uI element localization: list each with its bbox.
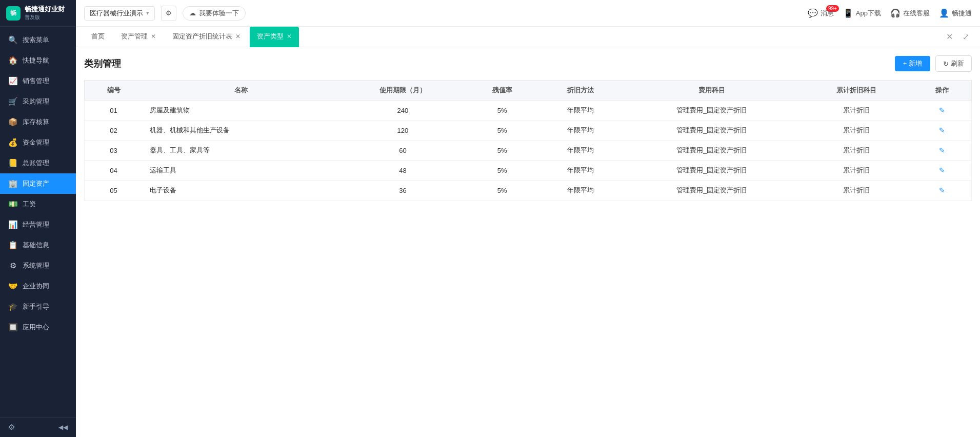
- edit-icon[interactable]: ✎: [939, 186, 945, 194]
- tab-depreciation_table[interactable]: 固定资产折旧统计表✕: [165, 27, 248, 47]
- online_service-icon: 🎧: [890, 8, 901, 18]
- page-title: 类别管理: [84, 57, 121, 70]
- header-online_service-button[interactable]: 🎧 在线客服: [890, 8, 930, 18]
- system-icon: ⚙: [8, 261, 17, 270]
- sidebar-item-sales[interactable]: 📈 销售管理: [0, 71, 76, 91]
- top-header: 医疗器械行业演示 ▾ ⚙ ☁ 我要体验一下 💬 99+ 消息 📱 App下载 🎧…: [76, 0, 980, 27]
- col-header-使用期限（月）: 使用期限（月）: [339, 81, 466, 101]
- cell-action[interactable]: ✎: [913, 141, 972, 161]
- sales-icon: 📈: [8, 76, 17, 86]
- cell-period: 240: [339, 101, 466, 121]
- tab-close-asset_type[interactable]: ✕: [287, 33, 292, 39]
- finance-icon: 💰: [8, 138, 17, 147]
- sidebar-item-ledger[interactable]: 📒 总账管理: [0, 153, 76, 173]
- sidebar-item-guide[interactable]: 🎓 新手引导: [0, 296, 76, 317]
- content-area: 类别管理 + 新增 ↻ 刷新 编号名称使用期限（月）残值率折旧方法费用科目累计折…: [76, 47, 980, 437]
- message-badge: 99+: [826, 5, 839, 12]
- cell-id: 01: [85, 101, 143, 121]
- table-body: 01 房屋及建筑物 240 5% 年限平均 管理费用_固定资产折旧 累计折旧 ✎…: [85, 101, 972, 201]
- cell-name: 房屋及建筑物: [143, 101, 339, 121]
- page-title-bar: 类别管理 + 新增 ↻ 刷新: [84, 55, 972, 72]
- sidebar-item-label: 工资: [23, 200, 36, 209]
- col-header-费用科目: 费用科目: [624, 81, 800, 101]
- cell-accumulated: 累计折旧: [800, 181, 913, 201]
- cell-residual: 5%: [466, 101, 538, 121]
- table-row: 03 器具、工具、家具等 60 5% 年限平均 管理费用_固定资产折旧 累计折旧…: [85, 141, 972, 161]
- tab-asset_type[interactable]: 资产类型✕: [250, 27, 299, 47]
- tab-asset_mgmt[interactable]: 资产管理✕: [114, 27, 163, 47]
- sidebar-item-label: 企业协同: [23, 282, 49, 291]
- refresh-icon: ↻: [943, 60, 949, 68]
- header-user-button[interactable]: 👤 畅捷通: [939, 8, 972, 18]
- app_download-icon: 📱: [843, 8, 853, 18]
- collapse-icon[interactable]: ◀◀: [58, 424, 68, 431]
- sidebar-item-system[interactable]: ⚙ 系统管理: [0, 255, 76, 276]
- close-window-button[interactable]: ✕: [943, 31, 955, 43]
- cell-name: 电子设备: [143, 181, 339, 201]
- settings-icon[interactable]: ⚙: [8, 423, 15, 432]
- demo-selector[interactable]: 医疗器械行业演示 ▾: [84, 6, 155, 21]
- cell-action[interactable]: ✎: [913, 101, 972, 121]
- sidebar-item-label: 经营管理: [23, 220, 49, 229]
- cell-action[interactable]: ✎: [913, 161, 972, 181]
- operations-icon: 📊: [8, 220, 17, 229]
- header-app_download-button[interactable]: 📱 App下载: [843, 8, 881, 18]
- cell-action[interactable]: ✎: [913, 121, 972, 141]
- table-header: 编号名称使用期限（月）残值率折旧方法费用科目累计折旧科目操作: [85, 81, 972, 101]
- sidebar-item-purchase[interactable]: 🛒 采购管理: [0, 91, 76, 112]
- sidebar-item-label: 采购管理: [23, 97, 49, 106]
- asset-type-table: 编号名称使用期限（月）残值率折旧方法费用科目累计折旧科目操作 01 房屋及建筑物…: [84, 80, 972, 201]
- sidebar-item-search[interactable]: 🔍 搜索菜单: [0, 30, 76, 50]
- table-row: 04 运输工具 48 5% 年限平均 管理费用_固定资产折旧 累计折旧 ✎: [85, 161, 972, 181]
- sidebar-header: 畅 畅捷通好业财 普及版: [0, 0, 76, 27]
- table-row: 02 机器、机械和其他生产设备 120 5% 年限平均 管理费用_固定资产折旧 …: [85, 121, 972, 141]
- guide-icon: 🎓: [8, 302, 17, 311]
- sidebar-item-fixed_assets[interactable]: 🏢 固定资产: [0, 173, 76, 194]
- sidebar-item-label: 资金管理: [23, 138, 49, 147]
- cell-period: 48: [339, 161, 466, 181]
- cell-period: 36: [339, 181, 466, 201]
- header-message-button[interactable]: 💬 99+ 消息: [808, 8, 834, 18]
- cell-action[interactable]: ✎: [913, 181, 972, 201]
- sidebar-item-collab[interactable]: 🤝 企业协同: [0, 276, 76, 296]
- cell-residual: 5%: [466, 181, 538, 201]
- tab-close-asset_mgmt[interactable]: ✕: [151, 33, 156, 39]
- search-icon: 🔍: [8, 35, 17, 45]
- sidebar-item-quick_nav[interactable]: 🏠 快捷导航: [0, 50, 76, 71]
- sidebar-item-label: 基础信息: [23, 241, 49, 250]
- col-header-累计折旧科目: 累计折旧科目: [800, 81, 913, 101]
- edit-icon[interactable]: ✎: [939, 126, 945, 134]
- edit-icon[interactable]: ✎: [939, 166, 945, 174]
- refresh-button[interactable]: ↻ 刷新: [935, 55, 972, 72]
- sidebar-item-operations[interactable]: 📊 经营管理: [0, 214, 76, 235]
- cell-id: 02: [85, 121, 143, 141]
- basic_info-icon: 📋: [8, 241, 17, 250]
- tab-close-depreciation_table[interactable]: ✕: [235, 33, 241, 39]
- experience-button[interactable]: ☁ 我要体验一下: [183, 6, 246, 21]
- sidebar-footer: ⚙ ◀◀: [0, 417, 76, 437]
- sidebar-item-inventory[interactable]: 📦 库存核算: [0, 112, 76, 132]
- cell-period: 120: [339, 121, 466, 141]
- tab-home[interactable]: 首页: [84, 27, 112, 47]
- edit-icon[interactable]: ✎: [939, 106, 945, 114]
- header-left: 医疗器械行业演示 ▾ ⚙ ☁ 我要体验一下: [84, 6, 246, 21]
- tab-label-asset_mgmt: 资产管理: [121, 32, 148, 41]
- cell-name: 机器、机械和其他生产设备: [143, 121, 339, 141]
- header-settings-button[interactable]: ⚙: [161, 6, 176, 21]
- sidebar-item-basic_info[interactable]: 📋 基础信息: [0, 235, 76, 255]
- expand-window-button[interactable]: ⤢: [959, 31, 972, 43]
- sidebar-item-label: 应用中心: [23, 323, 49, 332]
- sidebar-item-finance[interactable]: 💰 资金管理: [0, 132, 76, 153]
- payroll-icon: 💵: [8, 200, 17, 209]
- ledger-icon: 📒: [8, 158, 17, 168]
- new-button[interactable]: + 新增: [895, 56, 930, 71]
- sidebar-item-payroll[interactable]: 💵 工资: [0, 194, 76, 214]
- cell-id: 03: [85, 141, 143, 161]
- message-icon: 💬: [808, 8, 818, 18]
- app_center-icon: 🔲: [8, 323, 17, 332]
- col-header-残值率: 残值率: [466, 81, 538, 101]
- sidebar-item-app_center[interactable]: 🔲 应用中心: [0, 317, 76, 337]
- edit-icon[interactable]: ✎: [939, 146, 945, 154]
- sidebar-title-block: 畅捷通好业财 普及版: [25, 5, 65, 21]
- app_download-label: App下载: [856, 9, 881, 18]
